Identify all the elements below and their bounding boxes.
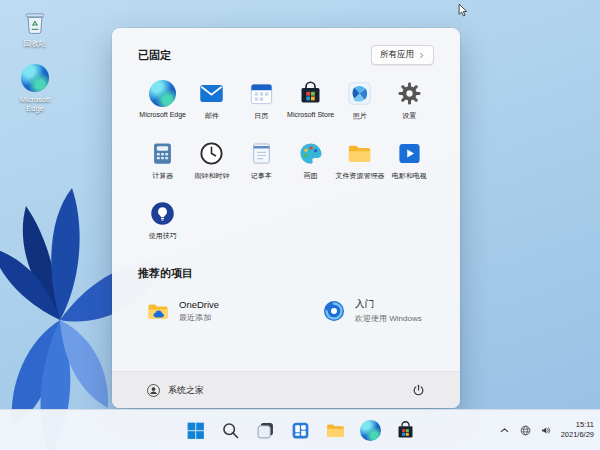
user-avatar-icon	[146, 383, 161, 398]
recommended-text: OneDrive 最近添加	[179, 299, 219, 323]
mouse-cursor	[456, 3, 471, 23]
recycle-bin-icon	[21, 8, 49, 36]
app-label: 邮件	[205, 111, 219, 121]
desktop-icon-label: 回收站	[10, 39, 60, 48]
taskbar: 15:11 2021/6/29	[0, 409, 600, 450]
photos-icon	[346, 80, 373, 107]
app-label: 记事本	[251, 171, 272, 181]
onedrive-icon	[146, 299, 170, 323]
desktop-icon-recycle-bin[interactable]: 回收站	[6, 8, 64, 48]
clock[interactable]: 15:11 2021/6/29	[561, 420, 594, 440]
edge-icon	[21, 64, 49, 92]
desktop-icon-label: Microsoft Edge	[10, 95, 60, 114]
widgets-icon	[290, 420, 311, 441]
pinned-app-notepad[interactable]: 记事本	[237, 134, 286, 188]
app-label: 文件资源管理器	[335, 171, 384, 181]
network-icon[interactable]	[519, 424, 532, 437]
tray-date: 2021/6/29	[561, 430, 594, 440]
app-label: 计算器	[152, 171, 173, 181]
pinned-app-microsoft-store[interactable]: Microsoft Store	[286, 74, 335, 128]
task-view-button[interactable]	[250, 415, 280, 445]
taskbar-center-buttons	[180, 410, 420, 450]
volume-icon[interactable]	[540, 424, 553, 437]
store-button[interactable]	[390, 415, 420, 445]
all-apps-label: 所有应用	[380, 49, 414, 61]
pinned-app-settings[interactable]: 设置	[385, 74, 434, 128]
edge-icon	[360, 420, 381, 441]
recommended-grid: OneDrive 最近添加 入门 欢迎使用 Windows	[138, 292, 434, 330]
edge-button[interactable]	[355, 415, 385, 445]
get-started-icon	[322, 299, 346, 323]
desktop: 回收站 Microsoft Edge 已固定 所有应用 Microsoft Ed…	[0, 0, 600, 450]
app-label: Microsoft Store	[287, 111, 334, 118]
calendar-icon	[248, 80, 275, 107]
all-apps-button[interactable]: 所有应用	[371, 45, 434, 65]
file-explorer-button[interactable]	[320, 415, 350, 445]
user-profile-button[interactable]: 系统之家	[146, 383, 204, 398]
pinned-app-alarms-clock[interactable]: 闹钟和时钟	[187, 134, 236, 188]
app-label: 日历	[254, 111, 268, 121]
pinned-app-movies-tv[interactable]: 电影和电视	[385, 134, 434, 188]
pinned-app-paint[interactable]: 画图	[286, 134, 335, 188]
recommended-title: 推荐的项目	[138, 266, 193, 281]
power-button[interactable]	[411, 383, 426, 398]
store-icon	[297, 80, 324, 107]
movies-tv-icon	[396, 140, 423, 167]
task-view-icon	[255, 420, 276, 441]
system-tray: 15:11 2021/6/29	[498, 410, 594, 450]
app-label: Microsoft Edge	[139, 111, 186, 118]
pinned-app-microsoft-edge[interactable]: Microsoft Edge	[138, 74, 187, 128]
pinned-section-header: 已固定 所有应用	[138, 46, 434, 64]
start-menu: 已固定 所有应用 Microsoft Edge 邮件	[112, 28, 460, 408]
start-button[interactable]	[180, 415, 210, 445]
recommended-item-title: 入门	[355, 298, 422, 311]
recommended-section-header: 推荐的项目	[138, 264, 434, 282]
app-label: 闹钟和时钟	[194, 171, 229, 181]
recommended-item-subtitle: 最近添加	[179, 312, 219, 323]
app-label: 画图	[304, 171, 318, 181]
settings-gear-icon	[396, 80, 423, 107]
notepad-icon	[248, 140, 275, 167]
alarm-clock-icon	[198, 140, 225, 167]
widgets-button[interactable]	[285, 415, 315, 445]
pinned-app-file-explorer[interactable]: 文件资源管理器	[335, 134, 384, 188]
pinned-app-photos[interactable]: 照片	[335, 74, 384, 128]
start-menu-body: 已固定 所有应用 Microsoft Edge 邮件	[112, 28, 460, 371]
desktop-icon-microsoft-edge[interactable]: Microsoft Edge	[6, 64, 64, 114]
folder-icon	[325, 420, 346, 441]
paint-palette-icon	[297, 140, 324, 167]
calculator-icon	[149, 140, 176, 167]
folder-icon	[346, 140, 373, 167]
chevron-up-icon[interactable]	[498, 424, 511, 437]
pinned-app-calculator[interactable]: 计算器	[138, 134, 187, 188]
search-button[interactable]	[215, 415, 245, 445]
app-label: 设置	[402, 111, 416, 121]
recommended-item-subtitle: 欢迎使用 Windows	[355, 313, 422, 324]
tips-bulb-icon	[149, 200, 176, 227]
edge-icon	[149, 80, 176, 107]
start-menu-footer: 系统之家	[112, 371, 460, 408]
pinned-app-tips[interactable]: 使用技巧	[138, 194, 187, 248]
chevron-right-icon	[418, 52, 425, 59]
windows-logo-icon	[185, 420, 206, 441]
app-label: 使用技巧	[149, 231, 177, 241]
recommended-item-onedrive[interactable]: OneDrive 最近添加	[138, 292, 314, 330]
pinned-app-mail[interactable]: 邮件	[187, 74, 236, 128]
pinned-title: 已固定	[138, 48, 171, 63]
tray-time: 15:11	[561, 420, 594, 430]
mail-icon	[198, 80, 225, 107]
pinned-app-grid: Microsoft Edge 邮件 日历	[138, 74, 434, 248]
app-label: 电影和电视	[392, 171, 427, 181]
app-label: 照片	[353, 111, 367, 121]
pinned-app-calendar[interactable]: 日历	[237, 74, 286, 128]
recommended-item-get-started[interactable]: 入门 欢迎使用 Windows	[314, 292, 434, 330]
store-icon	[395, 420, 416, 441]
recommended-text: 入门 欢迎使用 Windows	[355, 298, 422, 324]
recommended-item-title: OneDrive	[179, 299, 219, 310]
user-name: 系统之家	[168, 384, 204, 397]
search-icon	[220, 420, 241, 441]
